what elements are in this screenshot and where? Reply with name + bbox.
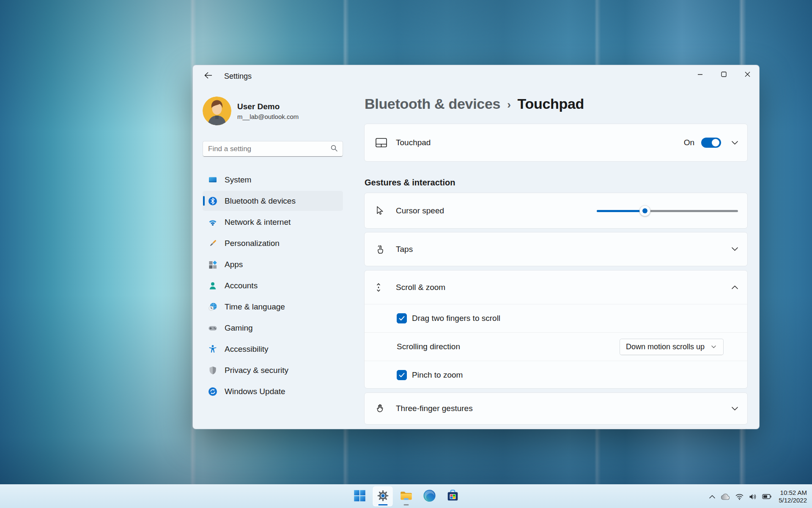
sidebar-item-label: Accounts	[225, 281, 258, 290]
pinch-to-zoom-checkbox[interactable]	[397, 370, 407, 380]
start-button[interactable]	[350, 486, 370, 506]
one-finger-tap-icon	[376, 244, 388, 254]
onedrive-cloud-icon[interactable]	[721, 494, 730, 500]
battery-icon[interactable]	[762, 494, 771, 499]
back-button[interactable]	[200, 69, 217, 83]
sidebar-item-label: Network & internet	[225, 218, 291, 227]
chevron-down-icon[interactable]	[732, 141, 738, 145]
settings-window: Settings	[192, 65, 760, 429]
wifi-icon[interactable]	[735, 494, 743, 500]
sidebar-item-windows-update[interactable]: Windows Update	[203, 381, 343, 401]
drag-two-fingers-checkbox[interactable]	[397, 313, 407, 323]
avatar	[203, 97, 231, 125]
window-title: Settings	[224, 72, 252, 81]
sidebar-item-apps[interactable]: Apps	[203, 254, 343, 274]
section-header: Gestures & interaction	[365, 178, 455, 188]
breadcrumb: Bluetooth & devices › Touchpad	[365, 96, 584, 112]
scrolling-direction-row: Scrolling direction Down motion scrolls …	[365, 332, 747, 361]
main-pane: Bluetooth & devices › Touchpad Touchpad …	[364, 65, 748, 429]
running-app-indicator	[403, 504, 409, 505]
volume-icon[interactable]	[749, 494, 757, 500]
taps-label: Taps	[396, 245, 413, 254]
touchpad-toggle[interactable]	[701, 138, 721, 148]
file-explorer-icon	[399, 489, 413, 504]
system-icon	[208, 175, 217, 185]
sidebar-item-label: Personalization	[225, 239, 280, 248]
taskbar-store-button[interactable]	[443, 486, 463, 506]
scrolling-direction-dropdown[interactable]: Down motion scrolls up	[620, 339, 724, 355]
chevron-up-icon[interactable]	[732, 285, 738, 289]
touchpad-icon	[376, 138, 388, 147]
sidebar-item-label: Accessibility	[225, 345, 268, 354]
sidebar-item-label: Time & language	[225, 302, 285, 312]
breadcrumb-parent[interactable]: Bluetooth & devices	[365, 96, 500, 112]
sidebar-item-accounts[interactable]: Accounts	[203, 276, 343, 295]
next-card-partial	[364, 428, 748, 429]
sidebar-item-privacy-security[interactable]: Privacy & security	[203, 360, 343, 380]
bluetooth-icon	[208, 196, 217, 206]
sidebar-item-time-language[interactable]: Time & language	[203, 297, 343, 317]
cursor-speed-card: Cursor speed	[364, 193, 748, 229]
cursor-speed-fill	[597, 210, 645, 212]
chevron-down-icon[interactable]	[732, 407, 738, 411]
edge-icon	[422, 489, 436, 504]
taskbar-file-explorer-button[interactable]	[396, 486, 416, 506]
three-finger-label: Three-finger gestures	[396, 404, 473, 413]
windows-update-icon	[208, 387, 217, 396]
taskbar: 10:52 AM 5/12/2022	[0, 484, 812, 508]
back-arrow-icon	[204, 72, 212, 80]
settings-gear-icon	[376, 489, 390, 504]
dropdown-value: Down motion scrolls up	[626, 342, 705, 351]
scroll-icon	[376, 282, 388, 293]
cursor-speed-knob[interactable]	[639, 205, 650, 216]
scroll-zoom-card: Scroll & zoom Drag two fingers to scroll…	[364, 270, 748, 389]
taskbar-settings-button[interactable]	[373, 486, 393, 506]
sidebar-item-system[interactable]: System	[203, 170, 343, 190]
sidebar-item-label: Privacy & security	[225, 366, 288, 375]
accounts-icon	[208, 281, 217, 290]
taskbar-clock[interactable]: 10:52 AM 5/12/2022	[779, 489, 807, 504]
three-finger-hand-icon	[376, 403, 388, 414]
scrolling-direction-label: Scrolling direction	[397, 342, 460, 351]
page-title: Touchpad	[518, 96, 584, 112]
sidebar-item-network-internet[interactable]: Network & internet	[203, 212, 343, 232]
search-icon	[331, 145, 337, 153]
chevron-down-icon	[711, 345, 716, 348]
sidebar-item-personalization[interactable]: Personalization	[203, 233, 343, 253]
taps-card[interactable]: Taps	[364, 232, 748, 266]
gaming-icon	[208, 323, 217, 333]
touchpad-label: Touchpad	[396, 138, 431, 147]
scroll-zoom-header[interactable]: Scroll & zoom	[365, 271, 747, 304]
touchpad-card: Touchpad On	[364, 124, 748, 162]
sidebar-item-label: Gaming	[225, 323, 253, 333]
apps-icon	[208, 260, 217, 269]
tray-time: 10:52 AM	[779, 489, 807, 497]
toggle-knob	[712, 139, 719, 146]
sidebar-item-accessibility[interactable]: Accessibility	[203, 339, 343, 359]
chevron-up-icon[interactable]	[709, 495, 715, 499]
taskbar-edge-button[interactable]	[420, 486, 439, 506]
scroll-zoom-label: Scroll & zoom	[396, 283, 445, 292]
cursor-speed-label: Cursor speed	[396, 206, 444, 215]
three-finger-card[interactable]: Three-finger gestures	[364, 392, 748, 425]
system-tray: 10:52 AM 5/12/2022	[709, 485, 807, 508]
search-box	[203, 141, 343, 157]
sidebar-item-label: Windows Update	[225, 387, 285, 396]
touchpad-state-label: On	[684, 138, 694, 147]
windows-start-icon	[353, 489, 366, 503]
personalization-icon	[208, 239, 217, 248]
user-block: User Demo m__lab@outlook.com	[203, 97, 299, 125]
cursor-icon	[376, 206, 388, 216]
selected-indicator	[203, 196, 205, 206]
sidebar-item-bluetooth-devices[interactable]: Bluetooth & devices	[203, 191, 343, 211]
cursor-speed-slider[interactable]	[597, 205, 738, 216]
privacy-security-icon	[208, 366, 217, 375]
sidebar-item-gaming[interactable]: Gaming	[203, 318, 343, 338]
tray-date: 5/12/2022	[779, 497, 807, 504]
search-input[interactable]	[203, 145, 331, 153]
accessibility-icon	[208, 345, 217, 354]
store-icon	[446, 489, 459, 504]
chevron-down-icon[interactable]	[732, 247, 738, 251]
active-app-indicator	[378, 504, 387, 505]
user-email: m__lab@outlook.com	[237, 113, 299, 120]
